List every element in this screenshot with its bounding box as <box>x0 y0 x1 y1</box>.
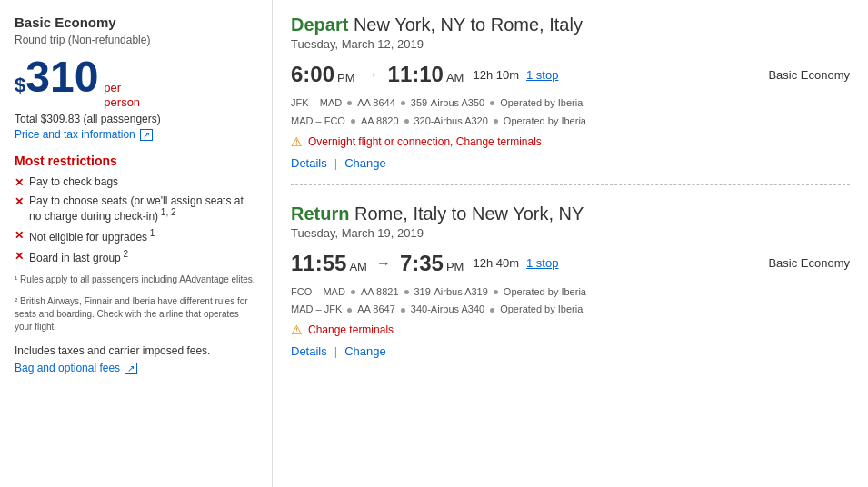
depart-ampm: AM <box>349 260 367 273</box>
left-panel: Basic Economy Round trip (Non-refundable… <box>0 0 273 487</box>
arrive-time: 7:35 <box>400 251 444 276</box>
seg-operator: Operated by Iberia <box>500 301 583 319</box>
includes-text: Includes taxes and carrier imposed fees. <box>15 344 257 357</box>
external-link-icon: ↗ <box>140 129 153 141</box>
flight-route: Rome, Italy to New York, NY <box>354 204 584 224</box>
price-amount: 310 <box>25 55 98 99</box>
warning-text: Overnight flight or connection, Change t… <box>308 135 542 148</box>
seg-dot <box>401 308 405 313</box>
seg-flight: AA 8820 <box>361 113 399 131</box>
pipe-divider: | <box>334 156 337 170</box>
seg-flight: AA 8644 <box>357 94 395 113</box>
flight-route: New York, NY to Rome, Italy <box>354 15 583 35</box>
flight-direction: Depart <box>291 15 348 35</box>
price-tax-link[interactable]: Price and tax information ↗ <box>15 128 153 141</box>
stop-link[interactable]: 1 stop <box>526 256 558 270</box>
seg-operator: Operated by Iberia <box>504 283 586 302</box>
stop-link[interactable]: 1 stop <box>526 68 558 82</box>
flight-date: Tuesday, March 19, 2019 <box>291 226 850 240</box>
seg-route: MAD – FCO <box>291 113 345 131</box>
flight-header: Return Rome, Italy to New York, NY <box>291 204 850 224</box>
x-icon: ✕ <box>15 229 24 242</box>
restrictions-title: Most restrictions <box>15 154 257 168</box>
depart-flight-section: Depart New York, NY to Rome, Italy Tuesd… <box>291 15 850 185</box>
flight-times-row: 11:55 AM → 7:35 PM 12h 40m 1 stop Basic … <box>291 251 850 276</box>
seg-flight: AA 8647 <box>357 301 395 319</box>
x-icon: ✕ <box>15 176 24 189</box>
arrive-time-block: 7:35 PM <box>400 251 464 276</box>
total-price: Total $309.83 (all passengers) <box>15 113 257 125</box>
seg-aircraft: 340-Airbus A340 <box>411 301 484 319</box>
seg-aircraft: 320-Airbus A320 <box>414 113 488 131</box>
flights-container: Depart New York, NY to Rome, Italy Tuesd… <box>291 15 850 373</box>
warning-icon: ⚠ <box>291 323 303 337</box>
round-trip-label: Round trip (Non-refundable) <box>15 34 257 46</box>
fare-title: Basic Economy <box>15 15 257 30</box>
flight-header: Depart New York, NY to Rome, Italy <box>291 15 850 35</box>
segment-row: MAD – JFK AA 8647 340-Airbus A340 Operat… <box>291 301 850 319</box>
price-row: $ 310 per person <box>15 55 257 109</box>
seg-flight: AA 8821 <box>361 283 399 302</box>
warning-icon: ⚠ <box>291 134 303 149</box>
seg-dot <box>404 290 409 294</box>
per-person: per person <box>104 81 140 109</box>
warning-row: ⚠ Change terminals <box>291 323 850 337</box>
seg-dot <box>404 119 409 124</box>
arrow-icon: → <box>376 255 391 272</box>
segment-row: JFK – MAD AA 8644 359-Airbus A350 Operat… <box>291 94 850 113</box>
restriction-item: ✕Board in last group 2 <box>15 249 257 264</box>
seg-operator: Operated by Iberia <box>504 113 586 131</box>
duration: 12h 40m <box>473 256 519 270</box>
change-link[interactable]: Change <box>344 156 386 170</box>
x-icon: ✕ <box>15 195 24 208</box>
change-link[interactable]: Change <box>344 344 386 358</box>
seg-route: JFK – MAD <box>291 94 342 113</box>
seg-dot <box>490 101 494 105</box>
flight-date: Tuesday, March 12, 2019 <box>291 37 850 51</box>
right-panel: Depart New York, NY to Rome, Italy Tuesd… <box>273 0 868 487</box>
seg-dot <box>351 290 355 294</box>
segment-row: MAD – FCO AA 8820 320-Airbus A320 Operat… <box>291 113 850 131</box>
pipe-divider: | <box>334 344 337 358</box>
depart-time: 11:55 <box>291 251 346 276</box>
duration: 12h 10m <box>473 68 519 82</box>
warning-row: ⚠ Overnight flight or connection, Change… <box>291 134 850 149</box>
depart-time-block: 11:55 AM <box>291 251 367 276</box>
seg-operator: Operated by Iberia <box>500 94 583 113</box>
seg-dot <box>494 119 498 124</box>
depart-time: 6:00 <box>291 62 334 87</box>
arrow-icon: → <box>364 66 379 83</box>
flight-times-row: 6:00 PM → 11:10 AM 12h 10m 1 stop Basic … <box>291 62 850 87</box>
seg-dot <box>401 101 405 105</box>
restriction-item: ✕Pay to choose seats (or we'll assign se… <box>15 194 257 223</box>
duration-stop: 12h 40m 1 stop <box>473 256 558 270</box>
arrive-ampm: AM <box>446 71 464 84</box>
depart-time-block: 6:00 PM <box>291 62 355 87</box>
seg-dot <box>490 308 494 313</box>
arrive-time: 11:10 <box>388 62 444 87</box>
footnote1: ¹ Rules apply to all passengers includin… <box>15 273 257 286</box>
seg-dot <box>347 101 352 105</box>
return-flight-section: Return Rome, Italy to New York, NY Tuesd… <box>291 204 850 373</box>
details-row: Details | Change <box>291 344 850 358</box>
seg-dot <box>347 308 352 313</box>
footnote2: ² British Airways, Finnair and Iberia ha… <box>15 295 257 333</box>
details-link[interactable]: Details <box>291 156 327 170</box>
segments-info: JFK – MAD AA 8644 359-Airbus A350 Operat… <box>291 94 850 131</box>
details-link[interactable]: Details <box>291 344 327 358</box>
flight-direction: Return <box>291 204 349 224</box>
fare-class-label: Basic Economy <box>768 68 850 82</box>
seg-dot <box>351 119 355 124</box>
segments-info: FCO – MAD AA 8821 319-Airbus A319 Operat… <box>291 283 850 320</box>
restriction-item: ✕Not eligible for upgrades 1 <box>15 228 257 244</box>
bag-fees-link[interactable]: Bag and optional fees ↗ <box>15 362 137 374</box>
restrictions-list: ✕Pay to check bags✕Pay to choose seats (… <box>15 175 257 264</box>
duration-stop: 12h 10m 1 stop <box>473 68 558 82</box>
arrive-time-block: 11:10 AM <box>388 62 464 87</box>
restriction-item: ✕Pay to check bags <box>15 175 257 189</box>
warning-text: Change terminals <box>308 323 394 336</box>
segment-row: FCO – MAD AA 8821 319-Airbus A319 Operat… <box>291 283 850 302</box>
seg-route: MAD – JFK <box>291 301 342 319</box>
dollar-sign: $ <box>15 74 25 97</box>
seg-aircraft: 359-Airbus A350 <box>411 94 484 113</box>
